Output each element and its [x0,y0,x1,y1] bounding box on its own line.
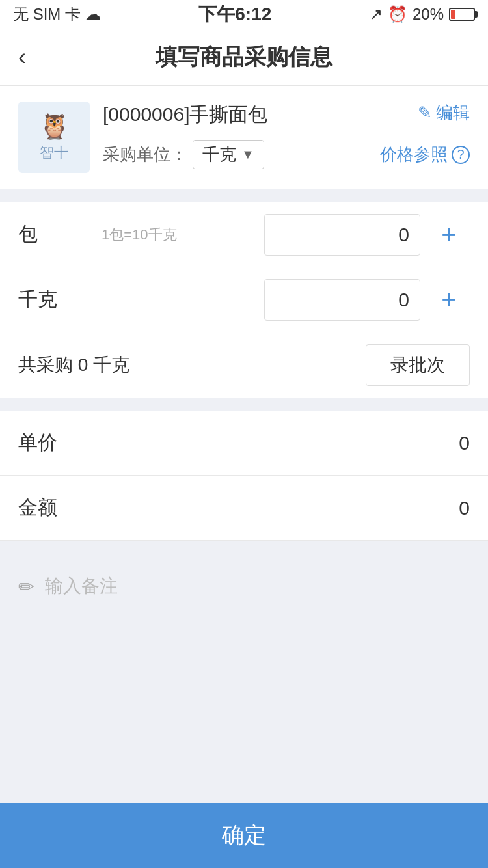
pencil-icon: ✏ [18,575,34,598]
price-ref-button[interactable]: 价格参照 ? [380,143,470,166]
bag-input[interactable]: 0 [264,214,420,256]
product-thumb-icon: 🦉 [39,112,70,141]
product-thumbnail: 🦉 智十 [18,102,90,173]
note-placeholder: 输入备注 [45,574,118,599]
unit-select[interactable]: 千克 ▼ [193,140,264,169]
bag-input-row: 包 1包=10千克 0 + [0,202,488,267]
kg-label: 千克 [18,286,96,313]
product-card: 🦉 智十 [0000006]手撕面包 ✎ 编辑 采购单位： 千克 ▼ [0,86,488,189]
battery-percent: 20% [413,5,444,23]
unit-price-value: 0 [459,432,470,454]
edit-icon: ✎ [418,103,432,123]
unit-value: 千克 [202,143,236,166]
alarm-icon: ⏰ [388,5,407,23]
battery-icon [449,8,475,21]
back-button[interactable]: ‹ [18,44,26,71]
total-row: 共采购 0 千克 录批次 [0,332,488,398]
price-ref-label: 价格参照 [380,143,448,166]
product-unit-row: 采购单位： 千克 ▼ 价格参照 ? [103,140,470,169]
unit-price-label: 单价 [18,429,57,456]
unit-price-row: 单价 0 [0,411,488,476]
edit-button[interactable]: ✎ 编辑 [418,102,470,124]
amount-label: 金额 [18,495,57,521]
bag-plus-button[interactable]: + [428,214,470,256]
status-right: ↗ ⏰ 20% [370,5,475,23]
amount-value: 0 [459,497,470,519]
help-icon[interactable]: ? [452,146,470,164]
kg-input[interactable]: 0 [264,279,420,321]
status-left: 无 SIM 卡 ☁ [13,4,101,25]
product-thumb-text: 智十 [40,143,68,163]
bag-sublabel: 1包=10千克 [102,225,177,245]
nav-bar: ‹ 填写商品采购信息 [0,29,488,86]
status-bar: 无 SIM 卡 ☁ 下午6:12 ↗ ⏰ 20% [0,0,488,29]
kg-plus-button[interactable]: + [428,279,470,321]
bag-label: 包 [18,221,96,248]
total-label: 共采购 0 千克 [18,353,129,377]
sim-status: 无 SIM 卡 ☁ [13,4,101,25]
section-separator-1 [0,189,488,202]
location-icon: ↗ [370,5,383,23]
product-info: [0000006]手撕面包 ✎ 编辑 采购单位： 千克 ▼ 价格参照 ? [103,102,470,169]
record-batch-button[interactable]: 录批次 [366,344,470,386]
input-section: 包 1包=10千克 0 + 千克 0 + [0,202,488,332]
product-top-row: [0000006]手撕面包 ✎ 编辑 [103,102,470,128]
amount-row: 金额 0 [0,476,488,541]
edit-label: 编辑 [436,102,470,124]
page-title: 填写商品采购信息 [156,42,332,72]
section-separator-2 [0,398,488,411]
price-section: 单价 0 金额 0 [0,411,488,541]
status-time: 下午6:12 [198,2,271,27]
note-section[interactable]: ✏ 输入备注 [0,541,488,632]
unit-label: 采购单位： [103,143,187,166]
chevron-down-icon: ▼ [241,147,254,162]
content-area: 🦉 智十 [0000006]手撕面包 ✎ 编辑 采购单位： 千克 ▼ [0,86,488,803]
product-name: [0000006]手撕面包 [103,102,418,128]
confirm-button[interactable]: 确定 [0,803,488,868]
kg-input-row: 千克 0 + [0,267,488,332]
